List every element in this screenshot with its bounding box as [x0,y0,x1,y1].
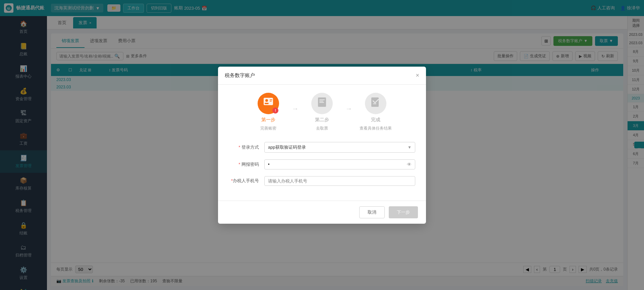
step-2-icon-wrap [311,93,333,114]
modal-close-btn[interactable]: × [416,72,419,79]
modal-body: ! 第一步 完善账密 → [218,85,426,201]
svg-rect-9 [319,101,323,101]
step-3-name: 完成 [371,117,380,123]
step-arrow-2: → [342,105,356,113]
step-3-icon-wrap [365,93,386,114]
login-method-value: app获取验证码登录 [268,144,408,150]
modal-footer: 取消 下一步 [218,201,426,224]
password-field[interactable]: 👁 [264,159,415,169]
login-method-field[interactable]: app获取验证码登录 ▼ [264,142,415,153]
step-2-name: 第二步 [315,117,329,123]
password-label: * 网报密码 [229,161,259,167]
svg-point-3 [265,99,268,102]
eye-icon[interactable]: 👁 [407,162,412,167]
modal-overlay[interactable]: 税务数字账户 × [0,0,644,290]
modal-dialog: 税务数字账户 × [218,67,426,224]
steps-indicator: ! 第一步 完善账密 → [229,93,415,131]
step-3: 完成 查看具体任务结果 [356,93,396,131]
svg-rect-4 [265,103,269,104]
login-method-label: * 登录方式 [229,144,259,150]
step-1: ! 第一步 完善账密 [248,93,288,131]
svg-rect-8 [319,99,325,100]
step-1-icon-wrap: ! [258,93,279,114]
next-btn[interactable]: 下一步 [389,206,418,218]
phone-label: *办税人手机号 [229,178,259,184]
form-row-login-method: * 登录方式 app获取验证码登录 ▼ [229,142,415,153]
svg-rect-6 [270,101,272,101]
step-1-desc: 完善账密 [260,126,276,131]
svg-rect-5 [270,99,272,100]
phone-field[interactable] [264,176,415,186]
svg-rect-12 [373,103,376,104]
step-3-icon [370,96,382,111]
password-input[interactable] [268,162,407,167]
modal-form: * 登录方式 app获取验证码登录 ▼ * 网报密码 👁 [229,142,415,186]
form-row-password: * 网报密码 👁 [229,159,415,169]
step-2: 第二步 去取票 [302,93,342,131]
svg-rect-10 [319,102,324,103]
login-method-arrow: ▼ [408,145,412,150]
step-1-name: 第一步 [261,117,275,123]
step-1-icon [262,96,274,111]
step-1-badge: ! [272,107,278,114]
step-arrow-1: → [288,105,302,113]
modal-title: 税务数字账户 [225,72,255,79]
step-3-desc: 查看具体任务结果 [360,126,392,131]
svg-rect-11 [371,97,379,107]
form-row-phone: *办税人手机号 [229,176,415,186]
step-2-desc: 去取票 [316,126,328,131]
cancel-btn[interactable]: 取消 [359,206,385,218]
phone-input[interactable] [268,178,412,184]
modal-header: 税务数字账户 × [218,67,426,85]
step-2-icon [316,96,328,111]
